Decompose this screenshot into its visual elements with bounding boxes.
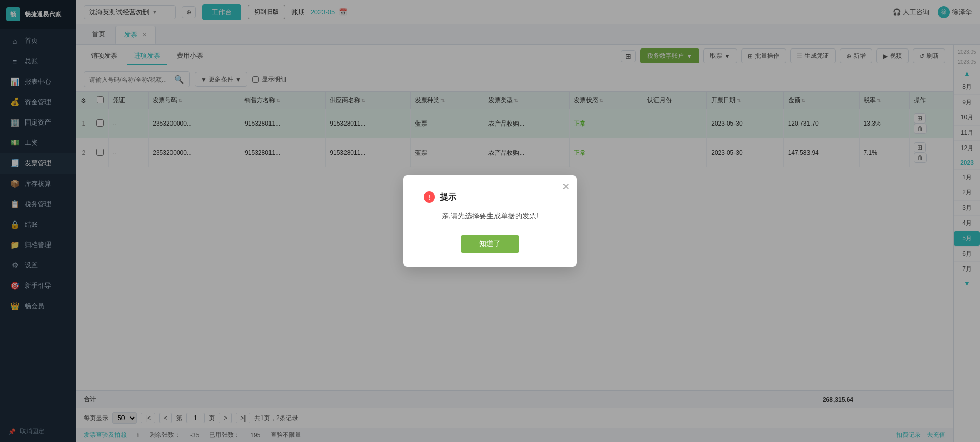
modal-title: 提示: [440, 192, 456, 203]
modal-dialog: ✕ ! 提示 亲,请先选择要生成单据的发票! 知道了: [403, 175, 577, 267]
modal-close-btn[interactable]: ✕: [562, 181, 570, 192]
warning-icon: !: [424, 191, 435, 203]
modal-body: 亲,请先选择要生成单据的发票!: [442, 212, 538, 221]
modal-title-row: ! 提示: [424, 191, 456, 203]
modal-overlay: ✕ ! 提示 亲,请先选择要生成单据的发票! 知道了: [0, 0, 980, 442]
modal-ok-btn[interactable]: 知道了: [461, 235, 519, 253]
